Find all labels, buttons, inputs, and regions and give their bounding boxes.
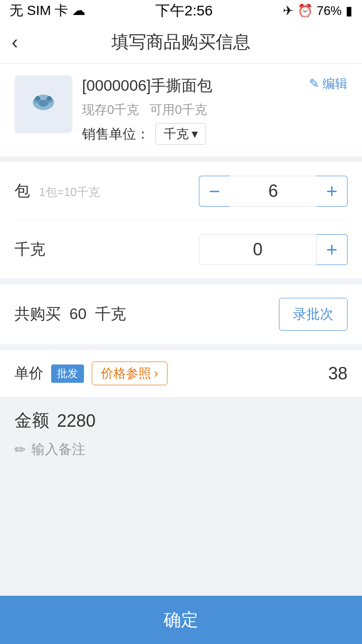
price-label: 单价 <box>14 364 43 383</box>
nav-bar: ‹ 填写商品购买信息 <box>0 21 362 64</box>
kg-quantity-input[interactable] <box>199 234 317 265</box>
amount-label: 金额 <box>14 409 49 433</box>
edit-button[interactable]: ✎ 编辑 <box>309 75 348 92</box>
pack-increment-button[interactable]: + <box>317 176 348 207</box>
amount-section: 金额 2280 ✏ 输入备注 <box>0 397 362 468</box>
status-time: 下午2:56 <box>155 1 212 21</box>
sim-label: 无 SIM 卡 ☁ <box>10 1 85 20</box>
batch-button[interactable]: 录批次 <box>279 298 348 331</box>
svg-point-4 <box>35 96 40 101</box>
product-thumbnail <box>14 75 72 133</box>
product-info: [0000006]手撕面包 ✎ 编辑 现存0千克 可用0千克 销售单位： 千克 … <box>82 75 348 145</box>
total-text: 共购买 60 千克 <box>14 304 126 325</box>
status-left: 无 SIM 卡 ☁ <box>10 1 85 20</box>
alarm-icon: ⏰ <box>297 3 313 18</box>
pencil-icon: ✏ <box>14 442 26 458</box>
total-section: 共购买 60 千克 录批次 <box>0 279 362 350</box>
remark-placeholder: 输入备注 <box>31 440 85 459</box>
status-right: ✈ ⏰ 76% ▮ <box>283 3 352 18</box>
back-button[interactable]: ‹ <box>12 31 18 53</box>
battery-label: 76% <box>317 3 342 18</box>
kg-quantity-row: 千克 + <box>14 221 348 279</box>
amount-row: 金额 2280 <box>14 409 348 433</box>
pack-quantity-row: 包 1包=10千克 − + <box>14 162 348 221</box>
amount-value: 2280 <box>57 411 96 431</box>
price-section: 单价 批发 价格参照 › 38 <box>0 350 362 397</box>
chevron-right-icon: › <box>154 366 158 381</box>
pack-decrement-button[interactable]: − <box>199 176 230 207</box>
product-unit-row: 销售单位： 千克 ▾ <box>82 123 348 145</box>
price-tag: 批发 <box>51 364 84 383</box>
battery-icon: ▮ <box>346 3 352 18</box>
remark-row[interactable]: ✏ 输入备注 <box>14 440 348 463</box>
price-value: 38 <box>328 364 348 384</box>
kg-label: 千克 <box>14 239 199 260</box>
total-amount: 60 <box>70 305 87 322</box>
quantity-section: 包 1包=10千克 − + 千克 + <box>0 162 362 279</box>
pack-qty-control: − + <box>199 176 348 207</box>
chevron-down-icon: ▾ <box>192 126 198 141</box>
product-name: [0000006]手撕面包 <box>82 75 212 97</box>
product-card: [0000006]手撕面包 ✎ 编辑 现存0千克 可用0千克 销售单位： 千克 … <box>0 64 362 162</box>
price-reference-button[interactable]: 价格参照 › <box>92 362 167 385</box>
pack-label: 包 1包=10千克 <box>14 181 199 202</box>
status-bar: 无 SIM 卡 ☁ 下午2:56 ✈ ⏰ 76% ▮ <box>0 0 362 21</box>
svg-point-3 <box>39 100 48 107</box>
edit-icon: ✎ <box>309 76 320 91</box>
product-stock: 现存0千克 可用0千克 <box>82 101 348 118</box>
page-title: 填写商品购买信息 <box>111 30 251 54</box>
kg-increment-button[interactable]: + <box>317 234 348 265</box>
unit-select[interactable]: 千克 ▾ <box>155 123 206 145</box>
kg-qty-control: + <box>199 234 348 265</box>
pack-quantity-input[interactable] <box>230 176 317 207</box>
pack-hint: 1包=10千克 <box>39 185 100 198</box>
svg-point-5 <box>47 96 52 101</box>
location-icon: ✈ <box>283 3 293 18</box>
confirm-button[interactable]: 确定 <box>0 596 362 644</box>
